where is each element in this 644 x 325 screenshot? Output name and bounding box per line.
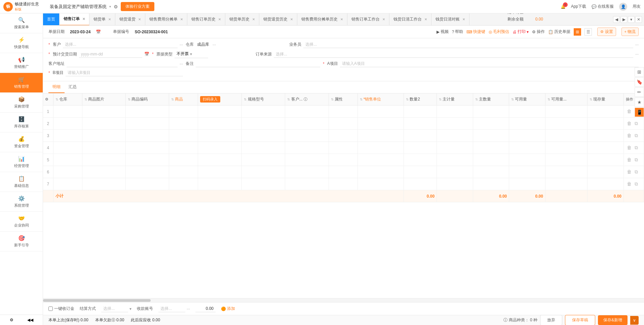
tab-sales-return-history[interactable]: 销货单历史 ✕ xyxy=(225,13,259,26)
row-2-scan[interactable] xyxy=(198,118,242,130)
warehouse-dots[interactable]: ··· xyxy=(213,42,216,47)
app-download-link[interactable]: App下载 xyxy=(571,4,586,9)
row-2-customer-code[interactable] xyxy=(285,118,329,130)
row-4-copy-icon[interactable]: ⧉ xyxy=(635,145,638,150)
row-1-product[interactable] xyxy=(169,106,198,118)
tab-cash-reconcile[interactable]: 钱货日清对账 ✕ xyxy=(431,13,469,26)
operation-link[interactable]: ⚙ 操作 xyxy=(532,29,545,35)
tab-sales-order-workbench[interactable]: 销售订单工作台 ✕ xyxy=(347,13,389,26)
salesperson-dots[interactable]: ··· xyxy=(635,42,639,47)
a-project-input[interactable] xyxy=(340,60,639,67)
row-2-image[interactable] xyxy=(82,118,125,130)
row-5-delete-icon[interactable]: 🗑 xyxy=(627,157,632,162)
sidebar-item-basic[interactable]: 📋 基础信息 xyxy=(0,172,43,192)
sidebar-item-quicknav[interactable]: ⚡ 快捷导航 xyxy=(0,33,43,53)
sidebar-item-system[interactable]: ⚙️ 系统管理 xyxy=(0,192,43,212)
right-panel-btn-3[interactable]: ✏ xyxy=(635,87,644,97)
row-4-delete-icon[interactable]: 🗑 xyxy=(627,145,632,150)
sidebar-item-guide[interactable]: 🎯 新手引导 xyxy=(0,232,43,251)
avatar[interactable]: 👤 xyxy=(619,3,627,11)
row-1-image[interactable] xyxy=(82,106,125,118)
row-2-stock[interactable] xyxy=(588,118,624,130)
order-source-input[interactable] xyxy=(274,51,633,58)
customer-input[interactable] xyxy=(63,41,178,48)
address-dots[interactable]: ··· xyxy=(180,62,183,66)
sidebar-item-collab[interactable]: 🤝 企业协同 xyxy=(0,212,43,232)
account-select[interactable]: ··· xyxy=(158,305,190,312)
customer-address-input[interactable] xyxy=(67,60,178,67)
tab-close-sales-order-history[interactable]: ✕ xyxy=(218,17,221,21)
tab-sales-fee-history[interactable]: 销售费用分摊单历史 ✕ xyxy=(297,13,347,26)
row-1-unit[interactable] xyxy=(357,106,404,118)
tab-close-all-button[interactable]: ✕ xyxy=(635,16,642,23)
notification-icon[interactable]: 🔔 9 xyxy=(561,4,566,9)
row-1-code[interactable] xyxy=(125,106,169,118)
delivery-calendar-icon[interactable]: 📅 xyxy=(144,52,149,56)
sidebar-item-marketing[interactable]: 📢 营销推广 xyxy=(0,53,43,73)
customer-dots[interactable]: ··· xyxy=(180,42,183,47)
grid-view-button[interactable]: ⊞ xyxy=(574,28,581,36)
account-input[interactable] xyxy=(158,305,185,312)
add-button[interactable]: 🟠 添加 xyxy=(221,306,235,312)
tab-sales-fee-split[interactable]: 销售费用分摊单 ✕ xyxy=(145,13,187,26)
view-link[interactable]: ▶ 视频 xyxy=(437,29,449,35)
sidebar-item-sales[interactable]: 🛒 销售管理 xyxy=(0,73,43,93)
row-1-attribute[interactable] xyxy=(329,106,357,118)
row-2-product[interactable] xyxy=(169,118,198,130)
tab-sales-return[interactable]: 销货单 ✕ xyxy=(89,13,115,26)
sidebar-item-inventory[interactable]: 🗄️ 库存核算 xyxy=(0,113,43,132)
account-dots[interactable]: ··· xyxy=(187,307,190,311)
row-1-available[interactable] xyxy=(509,106,545,118)
right-panel-btn-2[interactable]: 🔖 xyxy=(635,77,644,87)
tab-cash-daily[interactable]: 钱货日清工作台 ✕ xyxy=(389,13,431,26)
system-dropdown-icon[interactable]: ▾ xyxy=(109,5,111,8)
b-project-input[interactable] xyxy=(66,69,183,76)
row-1-customer-code[interactable] xyxy=(285,106,329,118)
row-1-spec[interactable] xyxy=(242,106,285,118)
row-2-unit[interactable] xyxy=(357,118,404,130)
tab-close-sales-退货[interactable]: ✕ xyxy=(138,17,141,21)
save-new-button[interactable]: 保存&新增 xyxy=(598,315,628,325)
sidebar-item-operations[interactable]: 📊 经营管理 xyxy=(0,152,43,172)
sidebar-collapse-icon[interactable]: ◀◀ xyxy=(27,318,33,322)
tab-close-sales-order[interactable]: ✕ xyxy=(82,17,85,21)
setting-button[interactable]: ⚙ 设置 xyxy=(597,28,616,36)
tab-summary[interactable]: 汇总 xyxy=(65,81,81,93)
scan-button[interactable]: 扫码录入 xyxy=(200,96,220,103)
salesperson-input[interactable] xyxy=(303,41,633,48)
tab-close-sales-fee-history[interactable]: ✕ xyxy=(340,17,343,21)
order-source-dots[interactable]: ··· xyxy=(635,52,639,56)
tab-close-sales-fee-split[interactable]: ✕ xyxy=(180,17,183,21)
row-1-available2[interactable] xyxy=(545,106,587,118)
discard-button[interactable]: 放弃 xyxy=(540,315,562,325)
sidebar-settings-icon[interactable]: ⚙ xyxy=(10,318,13,322)
row-3-delete-icon[interactable]: 🗑 xyxy=(627,133,632,138)
row-2-attribute[interactable] xyxy=(329,118,357,130)
row-5-copy-icon[interactable]: ⧉ xyxy=(635,157,638,162)
tab-close-sales-order-workbench[interactable]: ✕ xyxy=(382,17,385,21)
row-2-code[interactable] xyxy=(125,118,169,130)
save-draft-button[interactable]: 保存草稿 xyxy=(565,315,595,325)
online-service-link[interactable]: 💬 在线客服 xyxy=(592,4,614,9)
row-2-copy-icon[interactable]: ⧉ xyxy=(635,121,638,126)
row-1-main-unit[interactable] xyxy=(437,106,473,118)
row-6-delete-icon[interactable]: 🗑 xyxy=(627,169,632,174)
row-1-stock[interactable] xyxy=(588,106,624,118)
row-1-scan[interactable] xyxy=(198,106,242,118)
row-1-delete-icon[interactable]: 🗑 xyxy=(627,109,632,114)
scrollbar-area[interactable] xyxy=(43,298,644,302)
tab-close-cash-daily[interactable]: ✕ xyxy=(424,17,427,21)
row-3-warehouse[interactable] xyxy=(53,130,82,142)
settings-icon[interactable]: ⚙ xyxy=(114,4,118,9)
row-7-delete-icon[interactable]: 🗑 xyxy=(627,181,632,187)
add-item-button[interactable]: + 物流 xyxy=(621,28,639,36)
row-2-spec[interactable] xyxy=(242,118,285,130)
delivery-date-input[interactable] xyxy=(79,51,142,58)
tab-sales-退货[interactable]: 销货退货 ✕ xyxy=(115,13,145,26)
tab-detail[interactable]: 明细 xyxy=(48,81,65,93)
row-3-copy-icon[interactable]: ⧉ xyxy=(635,133,638,138)
row-2-warehouse[interactable] xyxy=(53,118,82,130)
payment-select[interactable]: ▾ xyxy=(101,305,131,312)
tab-close-sales-return-history[interactable]: ✕ xyxy=(252,17,255,21)
invoice-type-select[interactable]: 不开票 ▾ xyxy=(175,50,208,58)
